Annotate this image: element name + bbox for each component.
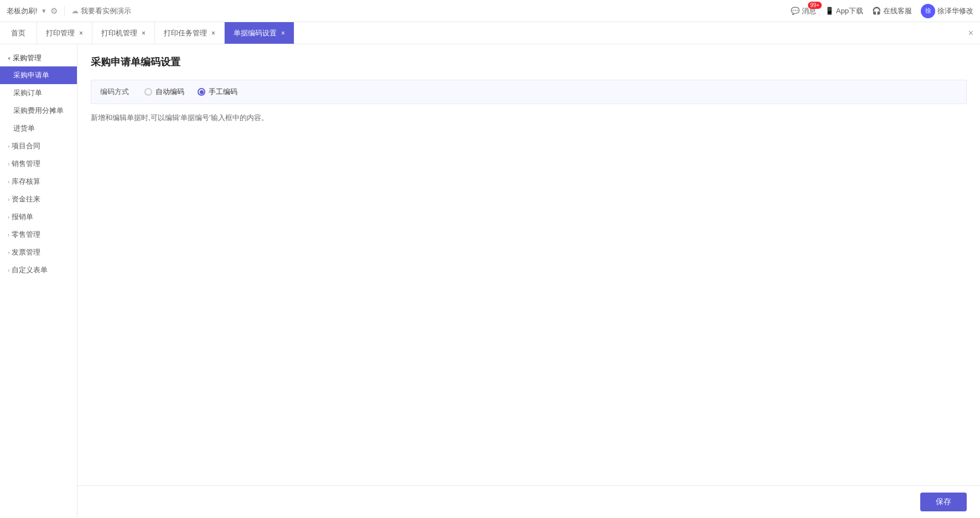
- brand-text[interactable]: 老板勿刷!: [7, 6, 38, 16]
- divider: [64, 6, 65, 16]
- close-all-tabs-button[interactable]: ×: [962, 28, 980, 38]
- cloud-icon: ☁: [71, 7, 79, 15]
- page-title: 采购申请单编码设置: [91, 55, 967, 69]
- sidebar-group-funds[interactable]: › 资金往来: [0, 190, 77, 208]
- online-service-button[interactable]: 🎧 在线客服: [872, 6, 912, 16]
- encoding-method-label: 编码方式: [100, 87, 144, 97]
- phone-icon: 📱: [825, 7, 834, 15]
- tab-printer-management[interactable]: 打印机管理 ×: [92, 22, 155, 44]
- tab-close-printer-management[interactable]: ×: [142, 29, 146, 37]
- save-button[interactable]: 保存: [920, 493, 967, 511]
- avatar: 徐: [921, 4, 935, 18]
- manual-encoding-radio[interactable]: 手工编码: [198, 87, 237, 97]
- tab-home[interactable]: 首页: [0, 22, 37, 44]
- expand-arrow-expense: ›: [8, 214, 9, 220]
- encoding-radio-group: 自动编码 手工编码: [144, 87, 237, 97]
- sidebar-item-goods-receipt[interactable]: 进货单: [0, 120, 77, 137]
- top-bar: 老板勿刷! ▾ ⚙ ☁ 我要看实例演示 💬 消息 99+ 📱 App下载 🎧 在…: [0, 0, 980, 22]
- expand-arrow-custom: ›: [8, 267, 9, 273]
- auto-encoding-circle: [144, 88, 152, 96]
- hint-text: 新增和编辑单据时,可以编辑'单据编号'输入框中的内容。: [91, 113, 967, 123]
- encoding-method-row: 编码方式 自动编码 手工编码: [91, 80, 967, 104]
- auto-encoding-radio[interactable]: 自动编码: [144, 87, 184, 97]
- sidebar-group-inventory[interactable]: › 库存核算: [0, 173, 77, 190]
- tab-close-document-code-settings[interactable]: ×: [281, 29, 285, 37]
- gear-icon[interactable]: ⚙: [50, 6, 58, 16]
- manual-encoding-circle: [198, 88, 205, 96]
- sidebar-group-retail[interactable]: › 零售管理: [0, 226, 77, 244]
- sidebar-group-sales[interactable]: › 销售管理: [0, 155, 77, 173]
- sidebar-group-purchase: ▾ 采购管理 采购申请单 采购订单 采购费用分摊单 进货单: [0, 49, 77, 137]
- expand-arrow-retail: ›: [8, 232, 9, 238]
- message-button[interactable]: 💬 消息 99+: [791, 6, 816, 16]
- tab-close-print-management[interactable]: ×: [79, 29, 83, 37]
- top-bar-left: 老板勿刷! ▾ ⚙ ☁ 我要看实例演示: [7, 6, 131, 16]
- expand-arrow-invoice: ›: [8, 250, 9, 256]
- expand-arrow-funds: ›: [8, 196, 9, 203]
- message-icon: 💬: [791, 7, 800, 15]
- user-menu[interactable]: 徐 徐泽华修改: [921, 4, 973, 18]
- content-inner: 采购申请单编码设置 编码方式 自动编码 手工编码: [77, 44, 980, 485]
- main-layout: ▾ 采购管理 采购申请单 采购订单 采购费用分摊单 进货单 › 项目合同 › 销…: [0, 44, 980, 518]
- collapse-arrow-purchase: ▾: [8, 55, 11, 61]
- expand-arrow-sales: ›: [8, 161, 9, 167]
- sidebar-item-purchase-order[interactable]: 采购订单: [0, 84, 77, 102]
- content-area: 采购申请单编码设置 编码方式 自动编码 手工编码: [77, 44, 980, 518]
- sidebar-group-custom-form[interactable]: › 自定义表单: [0, 261, 77, 279]
- sidebar-group-invoice[interactable]: › 发票管理: [0, 244, 77, 261]
- tab-bar: 首页 打印管理 × 打印机管理 × 打印任务管理 × 单据编码设置 × ×: [0, 22, 980, 44]
- sidebar-group-header-purchase[interactable]: ▾ 采购管理: [0, 49, 77, 66]
- expand-arrow-project: ›: [8, 143, 9, 149]
- tab-print-task-management[interactable]: 打印任务管理 ×: [155, 22, 225, 44]
- tab-document-code-settings[interactable]: 单据编码设置 ×: [225, 22, 294, 44]
- top-bar-right: 💬 消息 99+ 📱 App下载 🎧 在线客服 徐 徐泽华修改: [791, 4, 973, 18]
- chevron-icon[interactable]: ▾: [42, 7, 46, 15]
- sidebar-group-project-contract[interactable]: › 项目合同: [0, 137, 77, 155]
- message-badge: 99+: [808, 2, 822, 9]
- sidebar-item-purchase-request[interactable]: 采购申请单: [0, 66, 77, 84]
- radio-selected-dot: [200, 90, 204, 94]
- sidebar-item-purchase-expense[interactable]: 采购费用分摊单: [0, 102, 77, 120]
- demo-link[interactable]: ☁ 我要看实例演示: [71, 6, 131, 16]
- tab-print-management[interactable]: 打印管理 ×: [37, 22, 92, 44]
- expand-arrow-inventory: ›: [8, 179, 9, 185]
- content-footer: 保存: [77, 485, 980, 518]
- sidebar-group-expense-claim[interactable]: › 报销单: [0, 208, 77, 226]
- tab-close-print-task-management[interactable]: ×: [211, 29, 215, 37]
- app-download-button[interactable]: 📱 App下载: [825, 6, 863, 16]
- headset-icon: 🎧: [872, 7, 881, 15]
- settings-form: 编码方式 自动编码 手工编码: [91, 80, 967, 123]
- sidebar: ▾ 采购管理 采购申请单 采购订单 采购费用分摊单 进货单 › 项目合同 › 销…: [0, 44, 77, 518]
